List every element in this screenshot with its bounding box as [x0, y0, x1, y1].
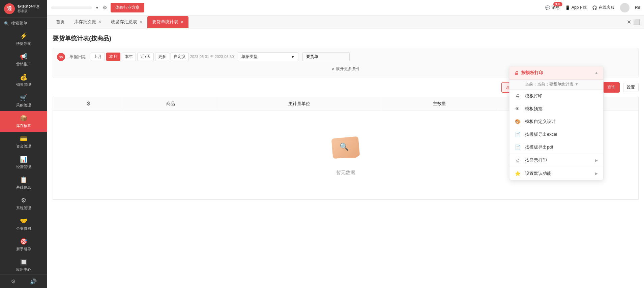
goods-filter-input[interactable]: 要货单	[302, 52, 350, 61]
message-badge: 99+	[553, 2, 562, 6]
sidebar-item-label: 应用中心	[16, 267, 31, 272]
message-btn[interactable]: 💬 消息 99+	[545, 5, 560, 10]
basic-icon: 📋	[20, 176, 27, 184]
sidebar-item-label: 采购管理	[16, 103, 31, 108]
dropdown-export-excel[interactable]: 📄 按模板导出excel	[509, 128, 603, 141]
export-pdf-label: 按模板导出pdf	[525, 144, 553, 150]
sidebar-item-quick-nav[interactable]: ⚡ 快捷导航	[0, 29, 47, 50]
export-excel-icon: 📄	[515, 132, 522, 137]
page-title: 要货单统计表(按商品)	[53, 34, 639, 42]
dropdown-collapse-icon[interactable]: ▲	[594, 70, 598, 75]
message-icon: 💬	[545, 5, 550, 10]
col-qty: 主数量	[381, 97, 498, 110]
dropdown-template-custom[interactable]: 🎨 模板自定义设计	[509, 115, 603, 128]
marketing-icon: 📢	[20, 53, 27, 60]
table-col-settings-icon[interactable]: ⚙	[86, 101, 91, 106]
online-service-btn[interactable]: 🎧 在线客服	[592, 5, 615, 10]
dropdown-export-pdf[interactable]: 📄 按模板导出pdf	[509, 141, 603, 154]
logo-icon: 通	[4, 3, 15, 14]
tab-receipt-summary[interactable]: 收发存汇总表 ✕	[106, 16, 147, 28]
sidebar-item-sales[interactable]: 💰 销售管理	[0, 70, 47, 91]
search-menu[interactable]: 🔍 搜索菜单	[0, 18, 47, 29]
sound-icon[interactable]: 🔊	[30, 278, 37, 285]
order-type-select[interactable]: 单据类型 ▼	[238, 52, 298, 61]
sidebar-item-enterprise[interactable]: 🤝 企业协同	[0, 214, 47, 234]
default-func-arrow: ▶	[595, 171, 598, 176]
sidebar-item-label: 经营管理	[16, 164, 31, 169]
enterprise-icon: 🤝	[20, 217, 27, 225]
template-preview-label: 模板预览	[525, 106, 543, 112]
filter-collapse-btn[interactable]: ≫	[57, 53, 65, 61]
sidebar-item-finance[interactable]: 💳 资金管理	[0, 132, 47, 152]
date-btn-last-month[interactable]: 上月	[91, 53, 105, 61]
date-btn-custom[interactable]: 自定义	[171, 53, 189, 61]
tab-bar: 首页 库存批次账 ✕ 收发存汇总表 ✕ 要货单统计表 ✕ ✕ ⬜	[47, 15, 644, 29]
topbar-settings-icon[interactable]: ⚙	[103, 4, 107, 11]
date-options: 上月 本月 本年 近7天 更多 自定义 2023-06-01 至 2023-06…	[91, 53, 234, 61]
sidebar-item-purchase[interactable]: 🛒 采购管理	[0, 91, 47, 111]
sidebar-item-inventory[interactable]: 📦 库存核算	[0, 111, 47, 132]
col-settings[interactable]: ⚙	[53, 97, 124, 110]
date-btn-more[interactable]: 更多	[155, 53, 169, 61]
inventory-icon: 📦	[20, 115, 27, 122]
dropdown-display-print[interactable]: 🖨 按显示打印 ▶	[509, 154, 603, 167]
default-func-label: 设置默认功能	[525, 170, 551, 177]
tab-order-stats-label: 要货单统计表	[152, 19, 178, 25]
topbar-right: 💬 消息 99+ 📱 App下载 🎧 在线客服 Rit	[545, 3, 640, 12]
sidebar-bottom: ⚙ 🔊	[0, 275, 47, 288]
tab-order-stats[interactable]: 要货单统计表 ✕	[147, 16, 188, 28]
tab-inventory-batch-close[interactable]: ✕	[98, 20, 101, 24]
main-area: ▼ ⚙ 体验行业方案 💬 消息 99+ 📱 App下载 🎧 在线客服 Rit 首…	[47, 0, 644, 288]
finance-icon: 💳	[20, 135, 27, 142]
tab-home[interactable]: 首页	[51, 16, 69, 28]
tab-close-window-btn[interactable]: ✕	[627, 19, 631, 25]
topbar-search	[51, 6, 92, 9]
tab-inventory-batch[interactable]: 库存批次账 ✕	[69, 16, 106, 28]
tab-order-stats-close[interactable]: ✕	[180, 20, 184, 24]
app-download-btn[interactable]: 📱 App下载	[565, 5, 587, 10]
expand-more-label: 展开更多条件	[336, 66, 360, 72]
date-btn-this-year[interactable]: 本年	[122, 53, 136, 61]
tab-maximize-btn[interactable]: ⬜	[633, 19, 640, 25]
sidebar-item-guide[interactable]: 🎯 新手引导	[0, 234, 47, 255]
display-print-label: 按显示打印	[525, 157, 547, 163]
dropdown-template-preview[interactable]: 👁 模板预览	[509, 102, 603, 115]
dropdown-print-icon: 🖨	[514, 70, 519, 75]
app-logo: 通 畅捷通好生意 标准版	[0, 0, 47, 18]
online-service-label: 在线客服	[598, 5, 615, 10]
sidebar-item-label: 基础信息	[16, 185, 31, 190]
topbar-dropdown-arrow[interactable]: ▼	[95, 5, 99, 10]
sidebar-nav: ⚡ 快捷导航 📢 营销推广 💰 销售管理 🛒 采购管理 📦 库存核算 💳 资金管…	[0, 29, 47, 275]
sidebar-item-basic[interactable]: 📋 基础信息	[0, 173, 47, 193]
empty-illustration: 🔍	[325, 134, 366, 164]
filter-row-1: ≫ 单据日期 上月 本月 本年 近7天 更多 自定义 2023-06-01 至 …	[57, 52, 634, 61]
sidebar-item-operation[interactable]: 📊 经营管理	[0, 152, 47, 173]
trial-button[interactable]: 体验行业方案	[111, 3, 144, 12]
template-print-label: 模板打印	[525, 93, 543, 99]
display-print-icon: 🖨	[515, 158, 522, 163]
avatar[interactable]	[620, 3, 630, 12]
sidebar-item-system[interactable]: ⚙ 系统管理	[0, 193, 47, 214]
quick-nav-icon: ⚡	[20, 32, 27, 40]
settings-bottom-icon[interactable]: ⚙	[11, 278, 16, 285]
dropdown-current-arrow[interactable]: ▼	[575, 82, 579, 87]
table-settings-button[interactable]: 设置	[623, 83, 639, 92]
tab-receipt-summary-close[interactable]: ✕	[139, 20, 143, 24]
query-button[interactable]: 查询	[603, 82, 620, 93]
order-type-label: 单据类型	[241, 54, 258, 60]
date-btn-7days[interactable]: 近7天	[137, 53, 154, 61]
dropdown-template-print[interactable]: 🖨 模板打印	[509, 90, 603, 102]
sidebar-item-app-center[interactable]: 🔲 应用中心	[0, 255, 47, 275]
date-btn-this-month[interactable]: 本月	[106, 53, 120, 61]
dropdown-default-func[interactable]: ⭐ 设置默认功能 ▶	[509, 167, 603, 180]
col-unit: 主计量单位	[217, 97, 381, 110]
topbar: ▼ ⚙ 体验行业方案 💬 消息 99+ 📱 App下载 🎧 在线客服 Rit	[47, 0, 644, 15]
tab-window-controls: ✕ ⬜	[627, 19, 640, 25]
app-center-icon: 🔲	[20, 258, 27, 266]
sidebar-item-label: 企业协同	[16, 226, 31, 231]
tab-home-label: 首页	[56, 19, 65, 25]
dropdown-header: 🖨 按模板打印 ▲	[509, 66, 603, 79]
sidebar-item-marketing[interactable]: 📢 营销推广	[0, 50, 47, 70]
app-download-icon: 📱	[565, 5, 570, 10]
export-pdf-icon: 📄	[515, 145, 522, 150]
